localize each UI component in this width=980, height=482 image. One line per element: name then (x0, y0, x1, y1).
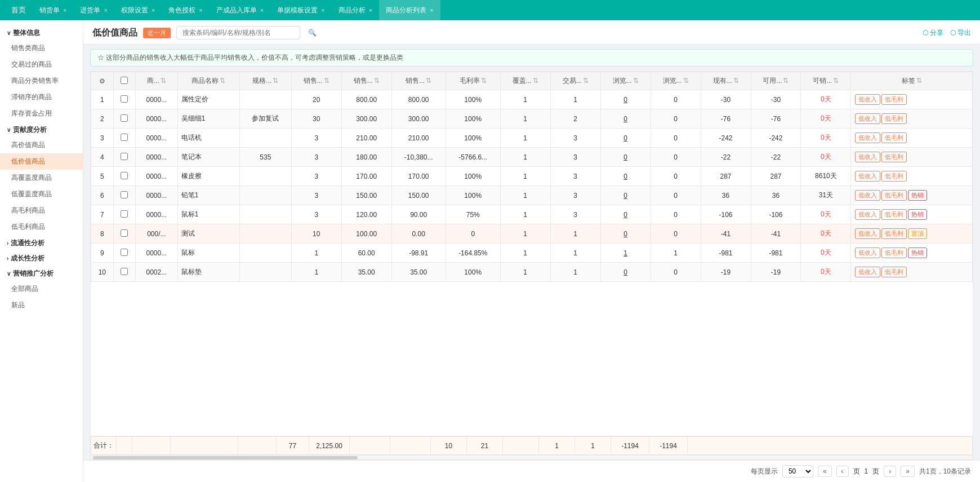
col-available[interactable]: 可用...⇅ (751, 72, 801, 90)
cell-checkbox[interactable] (113, 224, 135, 244)
sidebar-item-traded-goods[interactable]: 交易过的商品 (0, 56, 83, 73)
last-page-button[interactable]: » (901, 466, 915, 477)
view1-link[interactable]: 0 (623, 153, 627, 161)
close-sales-icon[interactable]: × (63, 7, 66, 14)
row-checkbox[interactable] (121, 95, 128, 103)
sidebar-item-stock-cost[interactable]: 库存资金占用 (0, 105, 83, 122)
data-table-container[interactable]: ⚙ 商...⇅ 商品名称⇅ 规格...⇅ 销售...⇅ 销售...⇅ 销售...… (90, 71, 973, 436)
horizontal-scrollbar[interactable] (90, 456, 973, 460)
cell-checkbox[interactable] (113, 244, 135, 263)
col-checkbox[interactable] (113, 72, 135, 90)
cell-checkbox[interactable] (113, 148, 135, 167)
view1-link[interactable]: 0 (623, 211, 627, 219)
sidebar-group-overall[interactable]: ∨ 整体信息 (0, 25, 83, 40)
first-page-button[interactable]: « (818, 466, 832, 477)
row-checkbox[interactable] (121, 114, 128, 122)
sort-current-icon[interactable]: ⇅ (733, 77, 739, 85)
sort-sales-qty-icon[interactable]: ⇅ (324, 77, 329, 85)
col-spec[interactable]: 规格...⇅ (239, 72, 291, 90)
prev-page-button[interactable]: ‹ (836, 466, 849, 477)
col-sales-qty[interactable]: 销售...⇅ (291, 72, 341, 90)
close-permissions-icon[interactable]: × (152, 7, 155, 14)
sidebar-item-slow-goods[interactable]: 滞销序的商品 (0, 89, 83, 105)
sort-available-icon[interactable]: ⇅ (783, 77, 789, 85)
nav-permissions[interactable]: 权限设置 × (114, 0, 162, 20)
sidebar-item-new-goods[interactable]: 新品 (0, 297, 83, 313)
cell-checkbox[interactable] (113, 129, 135, 148)
close-goods-list-icon[interactable]: × (430, 7, 433, 14)
sort-gross-icon[interactable]: ⇅ (481, 77, 487, 85)
sort-trade-icon[interactable]: ⇅ (583, 77, 589, 85)
view1-link[interactable]: 0 (623, 115, 627, 123)
row-checkbox[interactable] (121, 249, 128, 256)
nav-purchase[interactable]: 进货单 × (73, 0, 114, 20)
cell-checkbox[interactable] (113, 90, 135, 109)
sort-sales-price-icon[interactable]: ⇅ (374, 77, 380, 85)
cell-view1[interactable]: 0 (600, 186, 651, 205)
page-size-select[interactable]: 50 100 200 (782, 465, 813, 477)
close-roles-icon[interactable]: × (199, 7, 202, 14)
cell-view1[interactable]: 0 (600, 109, 651, 129)
sort-view1-icon[interactable]: ⇅ (633, 77, 639, 85)
nav-goods-list[interactable]: 商品分析列表 × (379, 0, 440, 20)
search-input[interactable] (176, 26, 300, 39)
col-sales-price[interactable]: 销售...⇅ (341, 72, 391, 90)
nav-sales[interactable]: 销货单 × (33, 0, 73, 20)
cell-view1[interactable]: 0 (600, 167, 651, 186)
cell-view1[interactable]: 0 (600, 148, 651, 167)
cell-checkbox[interactable] (113, 186, 135, 205)
view1-link[interactable]: 0 (623, 268, 627, 276)
sort-view2-icon[interactable]: ⇅ (683, 77, 689, 85)
sidebar-group-marketing[interactable]: ∨ 营销推广分析 (0, 266, 83, 281)
close-purchase-icon[interactable]: × (104, 7, 107, 14)
filter-month-button[interactable]: 近一月 (143, 28, 171, 38)
sidebar-item-high-coverage[interactable]: 高覆盖度商品 (0, 170, 83, 186)
sidebar-group-growth[interactable]: › 成长性分析 (0, 250, 83, 266)
sort-sales-amount-icon[interactable]: ⇅ (426, 77, 431, 85)
select-all-checkbox[interactable] (121, 77, 128, 84)
close-template-icon[interactable]: × (321, 7, 324, 14)
view1-link[interactable]: 0 (623, 96, 627, 104)
sidebar-item-low-value[interactable]: 低价值商品 (0, 153, 83, 170)
nav-stock-in[interactable]: 产成品入库单 × (210, 0, 270, 20)
sidebar-item-all-goods[interactable]: 全部商品 (0, 281, 83, 297)
sort-code-icon[interactable]: ⇅ (161, 77, 166, 85)
sort-tags-icon[interactable]: ⇅ (916, 77, 922, 85)
col-saleable[interactable]: 可销...⇅ (801, 72, 851, 90)
share-button[interactable]: ⬡ 分享 (923, 28, 943, 38)
col-gross-rate[interactable]: 毛利率⇅ (446, 72, 500, 90)
sidebar-item-sales-goods[interactable]: 销售类商品 (0, 40, 83, 56)
view1-link[interactable]: 0 (623, 173, 627, 180)
sidebar-group-contribution[interactable]: ∨ 贡献度分析 (0, 122, 83, 137)
col-trade[interactable]: 交易...⇅ (550, 72, 600, 90)
nav-home[interactable]: 首页 (5, 0, 33, 20)
sort-name-icon[interactable]: ⇅ (220, 77, 225, 85)
export-button[interactable]: ⬡ 导出 (950, 28, 971, 38)
row-checkbox[interactable] (121, 191, 128, 198)
cell-checkbox[interactable] (113, 167, 135, 186)
sidebar-item-low-coverage[interactable]: 低覆盖度商品 (0, 186, 83, 202)
col-current[interactable]: 现有...⇅ (701, 72, 751, 90)
nav-template[interactable]: 单据模板设置 × (270, 0, 331, 20)
row-checkbox[interactable] (121, 153, 128, 160)
col-coverage[interactable]: 覆盖...⇅ (500, 72, 550, 90)
cell-view1[interactable]: 0 (600, 205, 651, 224)
col-name[interactable]: 商品名称⇅ (177, 72, 239, 90)
view1-link[interactable]: 1 (623, 249, 627, 257)
sidebar-item-high-profit[interactable]: 高毛利商品 (0, 202, 83, 219)
col-sales-amount[interactable]: 销售...⇅ (391, 72, 446, 90)
close-goods-analysis-icon[interactable]: × (369, 7, 372, 14)
cell-view1[interactable]: 1 (600, 244, 651, 263)
row-checkbox[interactable] (121, 134, 128, 141)
col-tags[interactable]: 标签⇅ (851, 72, 973, 90)
view1-link[interactable]: 0 (623, 230, 627, 238)
cell-view1[interactable]: 0 (600, 263, 651, 282)
sidebar-group-circulation[interactable]: › 流通性分析 (0, 235, 83, 250)
col-settings[interactable]: ⚙ (91, 72, 114, 90)
nav-goods-analysis[interactable]: 商品分析 × (332, 0, 379, 20)
col-view1[interactable]: 浏览...⇅ (600, 72, 651, 90)
sidebar-item-high-value[interactable]: 高价值商品 (0, 137, 83, 153)
cell-view1[interactable]: 0 (600, 90, 651, 109)
sidebar-item-category-rate[interactable]: 商品分类销售率 (0, 73, 83, 89)
row-checkbox[interactable] (121, 268, 128, 275)
